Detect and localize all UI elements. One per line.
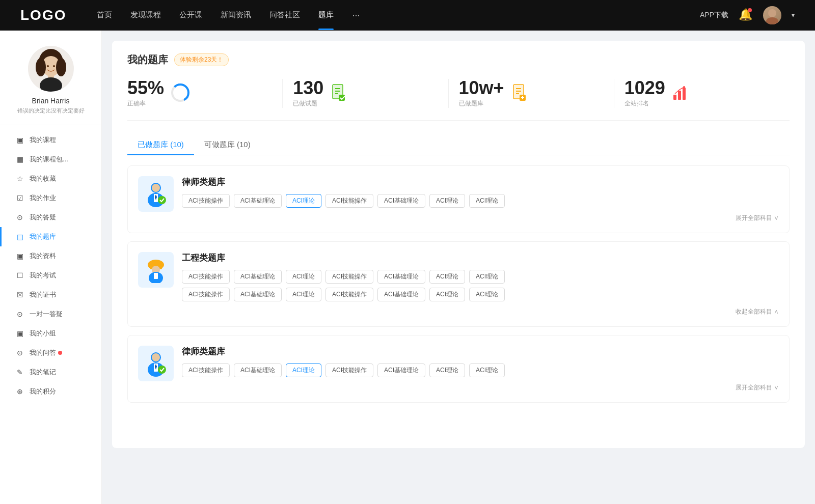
sidebar-item-label: 我的笔记 [30,368,56,377]
tab-done-qbank[interactable]: 已做题库 (10) [127,135,194,155]
app-download-button[interactable]: APP下载 [700,11,728,20]
tag-1-6[interactable]: ACI理论 [429,194,465,208]
nav-open-course[interactable]: 公开课 [179,10,202,21]
profile-section: Brian Harris 错误的决定比没有决定要好 [0,46,101,125]
tag-1-4[interactable]: ACI技能操作 [325,194,373,208]
tag-1-3[interactable]: ACI理论 [286,194,321,208]
sidebar-item-qbank[interactable]: ▤ 我的题库 [0,227,101,246]
sidebar-item-qa[interactable]: ⊙ 我的答疑 [0,208,101,227]
qbank-content-3: 律师类题库 ACI技能操作 ACI基础理论 ACI理论 ACI技能操作 ACI基… [182,346,779,392]
sidebar-item-label: 我的证书 [30,290,56,299]
svg-point-6 [56,58,66,76]
sidebar-item-label: 我的积分 [30,387,56,396]
svg-point-13 [176,89,184,97]
svg-rect-28 [673,95,676,100]
sidebar-item-favorites[interactable]: ☆ 我的收藏 [0,169,101,188]
tag-2-7[interactable]: ACI理论 [469,270,505,284]
nav-home[interactable]: 首页 [97,10,112,21]
points-icon: ⊛ [15,387,24,396]
tag-2-10[interactable]: ACI理论 [286,288,321,301]
sidebar-item-label: 我的问答 [30,348,56,357]
tag-2-4[interactable]: ACI技能操作 [325,270,373,284]
nav-qa[interactable]: 问答社区 [269,10,300,21]
sidebar-item-my-qa[interactable]: ⊙ 我的问答 [0,343,101,362]
tag-3-3[interactable]: ACI理论 [286,363,321,377]
tag-3-4[interactable]: ACI技能操作 [325,363,373,377]
sidebar-item-profile[interactable]: ▣ 我的资料 [0,246,101,266]
qbank-title-1: 律师类题库 [182,176,779,188]
my-qa-icon: ⊙ [15,349,24,357]
avatar[interactable] [763,6,781,24]
qbank-content-1: 律师类题库 ACI技能操作 ACI基础理论 ACI理论 ACI技能操作 ACI基… [182,176,779,222]
expand-link-1[interactable]: 展开全部科目 ∨ [736,214,779,222]
qbank-header-2: 工程类题库 ACI技能操作 ACI基础理论 ACI理论 ACI技能操作 ACI基… [138,252,779,316]
sidebar-item-label: 我的考试 [30,271,56,280]
tag-3-1[interactable]: ACI技能操作 [182,363,230,377]
navbar: LOGO 首页 发现课程 公开课 新闻资讯 问答社区 题库 ··· APP下载 … [0,0,815,31]
sidebar-item-certificate[interactable]: ☒ 我的证书 [0,285,101,304]
tag-2-1[interactable]: ACI技能操作 [182,270,230,284]
profile-avatar [28,46,74,92]
expand-link-3[interactable]: 展开全部科目 ∨ [736,383,779,392]
tag-2-6[interactable]: ACI理论 [429,270,465,284]
sidebar-item-points[interactable]: ⊛ 我的积分 [0,382,101,401]
layout: Brian Harris 错误的决定比没有决定要好 ▣ 我的课程 ▦ 我的课程包… [0,31,815,504]
notes-icon: ✎ [15,368,24,376]
profile-icon: ▣ [15,252,24,260]
sidebar-item-one-on-one[interactable]: ⊙ 一对一答疑 [0,304,101,324]
tag-1-2[interactable]: ACI基础理论 [234,194,282,208]
qbank-title-2: 工程类题库 [182,252,779,264]
nav-news[interactable]: 新闻资讯 [221,10,251,21]
sidebar-item-notes[interactable]: ✎ 我的笔记 [0,362,101,382]
tag-2-3[interactable]: ACI理论 [286,270,321,284]
svg-point-31 [683,86,685,88]
done-questions-label: 已做试题 [293,99,323,108]
tags-row-2b: ACI技能操作 ACI基础理论 ACI理论 ACI技能操作 ACI基础理论 AC… [182,288,779,301]
qbank-icon-lawyer-1 [138,176,174,212]
stat-rank: 1029 全站排名 [624,79,779,108]
sidebar-item-course-package[interactable]: ▦ 我的课程包... [0,150,101,169]
svg-rect-30 [683,88,686,100]
svg-point-48 [158,366,166,374]
tag-2-8[interactable]: ACI技能操作 [182,288,230,301]
tabs-row: 已做题库 (10) 可做题库 (10) [127,135,790,155]
nav-more[interactable]: ··· [352,10,360,21]
qbank-header-3: 律师类题库 ACI技能操作 ACI基础理论 ACI理论 ACI技能操作 ACI基… [138,346,779,392]
collapse-link-2[interactable]: 收起全部科目 ∧ [736,307,779,316]
notification-bell[interactable]: 🔔 [739,8,753,22]
homework-icon: ☑ [15,194,24,202]
tag-2-12[interactable]: ACI基础理论 [377,288,425,301]
tag-1-7[interactable]: ACI理论 [469,194,505,208]
qbank-section-2: 工程类题库 ACI技能操作 ACI基础理论 ACI理论 ACI技能操作 ACI基… [127,241,790,327]
sidebar: Brian Harris 错误的决定比没有决定要好 ▣ 我的课程 ▦ 我的课程包… [0,31,102,504]
tags-row-1: ACI技能操作 ACI基础理论 ACI理论 ACI技能操作 ACI基础理论 AC… [182,194,779,208]
tags-footer-3: 展开全部科目 ∨ [182,379,779,392]
tag-2-13[interactable]: ACI理论 [429,288,465,301]
tag-3-5[interactable]: ACI基础理论 [377,363,425,377]
stat-done-questions: 130 已做试题 [293,79,448,108]
avatar-dropdown-caret[interactable]: ▾ [792,12,795,19]
accuracy-number: 55% [127,79,164,97]
tag-3-6[interactable]: ACI理论 [429,363,465,377]
stat-rank-value: 1029 全站排名 [624,79,665,108]
tag-3-2[interactable]: ACI基础理论 [234,363,282,377]
sidebar-item-course[interactable]: ▣ 我的课程 [0,130,101,150]
nav-qbank[interactable]: 题库 [318,10,334,21]
tag-3-7[interactable]: ACI理论 [469,363,505,377]
sidebar-item-homework[interactable]: ☑ 我的作业 [0,188,101,208]
tag-2-14[interactable]: ACI理论 [469,288,505,301]
tab-available-qbank[interactable]: 可做题库 (10) [194,135,261,155]
tag-2-2[interactable]: ACI基础理论 [234,270,282,284]
favorites-icon: ☆ [15,175,24,183]
tag-2-11[interactable]: ACI技能操作 [325,288,373,301]
sidebar-menu: ▣ 我的课程 ▦ 我的课程包... ☆ 我的收藏 ☑ 我的作业 ⊙ 我的答疑 ▤… [0,130,101,401]
tag-1-1[interactable]: ACI技能操作 [182,194,230,208]
sidebar-item-exam[interactable]: ☐ 我的考试 [0,266,101,285]
sidebar-item-group[interactable]: ▣ 我的小组 [0,324,101,343]
tag-2-5[interactable]: ACI基础理论 [377,270,425,284]
qbank-section-3: 律师类题库 ACI技能操作 ACI基础理论 ACI理论 ACI技能操作 ACI基… [127,335,790,403]
nav-discover[interactable]: 发现课程 [130,10,161,21]
tag-2-9[interactable]: ACI基础理论 [234,288,282,301]
tag-1-5[interactable]: ACI基础理论 [377,194,425,208]
logo[interactable]: LOGO [20,7,66,23]
